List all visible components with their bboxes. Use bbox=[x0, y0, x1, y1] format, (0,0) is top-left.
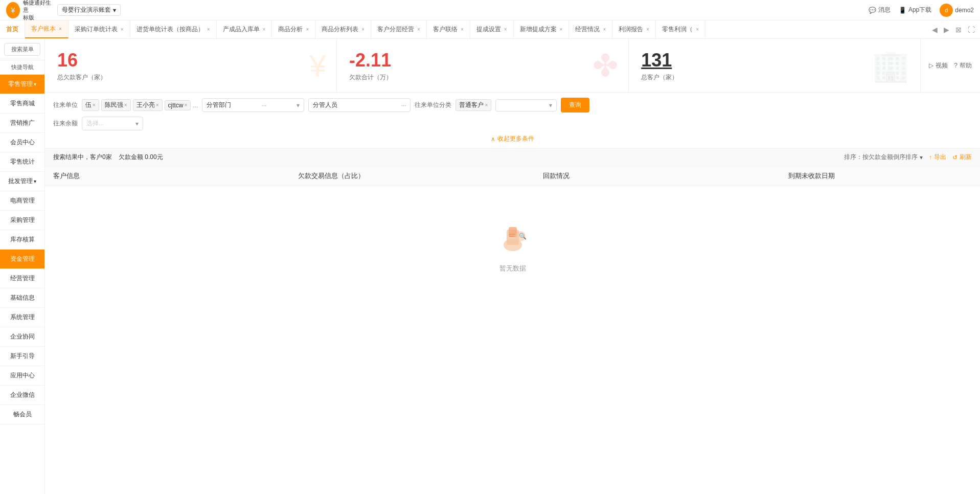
logo-icon: ¥ bbox=[6, 2, 20, 18]
no-data-illustration: 🔍 bbox=[492, 217, 533, 258]
balance-filter-select[interactable]: 选择... ▾ bbox=[82, 117, 143, 130]
dept-filter-select[interactable]: 分管部门 ··· ▾ bbox=[202, 98, 304, 112]
remove-tag-chen[interactable]: × bbox=[124, 102, 127, 108]
tab-close-icon[interactable]: × bbox=[504, 27, 507, 32]
help-button[interactable]: ? 帮助 bbox=[954, 61, 972, 70]
empty-text: 暂无数据 bbox=[499, 264, 526, 273]
search-menu-button[interactable]: 搜索菜单 bbox=[4, 43, 40, 56]
message-button[interactable]: 💬 消息 bbox=[869, 6, 891, 14]
sidebar-item-member-center[interactable]: 会员中心 bbox=[0, 133, 44, 152]
sort-select[interactable]: 排序：按欠款金额倒序排序 ▾ bbox=[844, 153, 923, 162]
chevron-down-icon: ▾ bbox=[549, 102, 552, 109]
chevron-down-icon: ▾ bbox=[297, 102, 300, 109]
tab-profit-report[interactable]: 利润报告 × bbox=[612, 20, 656, 38]
sidebar-quick-nav[interactable]: 快捷导航 bbox=[0, 60, 44, 75]
export-button[interactable]: ↑ 导出 bbox=[929, 153, 946, 162]
svg-text:🔍: 🔍 bbox=[519, 232, 527, 240]
logo-text: 畅捷通好生意 标版 bbox=[23, 0, 51, 21]
filter-row-1: 往来单位 伍 × 陈民强 × 王小亮 × cjttcw bbox=[53, 98, 972, 113]
remove-tag-wang[interactable]: × bbox=[156, 102, 159, 108]
sidebar-item-enterprise-coop[interactable]: 企业协同 bbox=[0, 327, 44, 347]
avatar: d bbox=[940, 4, 953, 17]
message-icon: 💬 bbox=[869, 7, 876, 14]
category-select-arrow[interactable]: ▾ bbox=[495, 99, 557, 111]
tab-business-situation[interactable]: 经营情况 × bbox=[569, 20, 612, 38]
refresh-button[interactable]: ↺ 刷新 bbox=[952, 153, 972, 162]
total-customers-bg-icon: 🏢 bbox=[872, 48, 910, 84]
tab-retail-profit[interactable]: 零售利润（ × bbox=[656, 20, 705, 38]
stat-total-customers: 🏢 131 总客户（家） bbox=[629, 39, 921, 92]
stats-bar: ¥ 16 总欠款客户（家） ✤ -2.11 欠款合计（万） 🏢 131 总客户（… bbox=[45, 39, 980, 93]
top-bar: ¥ 畅捷通好生意 标版 母婴行业演示账套 ▾ 💬 消息 📱 App下载 d de… bbox=[0, 0, 980, 20]
tab-close-icon[interactable]: × bbox=[263, 27, 266, 32]
remove-tag-normal-customer[interactable]: × bbox=[485, 102, 488, 108]
query-button[interactable]: 查询 bbox=[561, 98, 589, 113]
remove-tag-cjttcw[interactable]: × bbox=[185, 102, 188, 108]
sidebar-item-purchase-mgmt[interactable]: 采购管理 bbox=[0, 211, 44, 230]
tab-new-increase[interactable]: 新增提成方案 × bbox=[514, 20, 569, 38]
tab-product-analysis[interactable]: 商品分析 × bbox=[272, 20, 315, 38]
sidebar-item-new-guide[interactable]: 新手引导 bbox=[0, 347, 44, 366]
tab-close-icon[interactable]: × bbox=[461, 27, 464, 32]
tab-close-icon[interactable]: × bbox=[59, 26, 62, 32]
table-header: 客户信息 欠款交易信息（占比） 回款情况 到期未收款日期 bbox=[45, 166, 980, 186]
refresh-icon: ↺ bbox=[952, 154, 958, 161]
tab-customer-layered[interactable]: 客户分层经营 × bbox=[371, 20, 427, 38]
sidebar-item-finance[interactable]: 资金管理 bbox=[0, 250, 44, 269]
nav-prev-arrow[interactable]: ◀ bbox=[929, 25, 941, 35]
sidebar-item-system-mgmt[interactable]: 系统管理 bbox=[0, 308, 44, 327]
sidebar-item-marketing[interactable]: 营销推广 bbox=[0, 114, 44, 133]
tab-close-icon[interactable]: × bbox=[121, 27, 124, 32]
sidebar-item-ecommerce[interactable]: 电商管理 bbox=[0, 191, 44, 211]
person-filter-select[interactable]: 分管人员 ··· bbox=[308, 98, 411, 112]
result-actions: 排序：按欠款金额倒序排序 ▾ ↑ 导出 ↺ 刷新 bbox=[844, 153, 972, 162]
main-layout: 搜索菜单 快捷导航 零售管理 ▾ 零售商城 营销推广 会员中心 零售统计 批发管… bbox=[0, 39, 980, 494]
video-button[interactable]: ▷ 视频 bbox=[929, 61, 948, 70]
collapse-filters-button[interactable]: ∧ 收起更多条件 bbox=[491, 134, 534, 143]
app-download-button[interactable]: 📱 App下载 bbox=[899, 6, 931, 14]
sidebar-item-operations[interactable]: 经营管理 bbox=[0, 269, 44, 288]
sidebar-item-retail-mall[interactable]: 零售商城 bbox=[0, 94, 44, 114]
workspace-selector[interactable]: 母婴行业演示账套 ▾ bbox=[57, 4, 121, 16]
sidebar: 搜索菜单 快捷导航 零售管理 ▾ 零售商城 营销推广 会员中心 零售统计 批发管… bbox=[0, 39, 45, 494]
tab-purchase-order[interactable]: 采购订单统计表 × bbox=[69, 20, 130, 38]
sidebar-item-inventory[interactable]: 库存核算 bbox=[0, 230, 44, 250]
chevron-down-icon: ▾ bbox=[34, 178, 36, 184]
tab-product-analysis-list[interactable]: 商品分析列表 × bbox=[315, 20, 371, 38]
remove-tag-wu[interactable]: × bbox=[93, 102, 96, 108]
sidebar-item-vip-member[interactable]: 畅会员 bbox=[0, 405, 44, 424]
sidebar-item-enterprise-wechat[interactable]: 企业微信 bbox=[0, 386, 44, 405]
unit-filter-label: 往来单位 bbox=[53, 101, 78, 109]
tab-close-icon[interactable]: × bbox=[696, 27, 699, 32]
tab-close-icon[interactable]: × bbox=[306, 27, 309, 32]
tab-reminder-settings[interactable]: 提成设置 × bbox=[470, 20, 514, 38]
tab-purchase-stats[interactable]: 进货单统计表（按商品） × bbox=[130, 20, 217, 38]
nav-expand-button[interactable]: ⊠ bbox=[952, 25, 965, 35]
tab-close-icon[interactable]: × bbox=[560, 27, 563, 32]
tab-close-icon[interactable]: × bbox=[417, 27, 420, 32]
nav-next-arrow[interactable]: ▶ bbox=[941, 25, 952, 35]
sidebar-item-app-center[interactable]: 应用中心 bbox=[0, 366, 44, 386]
play-icon: ▷ bbox=[929, 62, 933, 69]
tab-home[interactable]: 首页 bbox=[0, 20, 25, 38]
tab-close-icon[interactable]: × bbox=[646, 27, 649, 32]
tab-production-instock[interactable]: 产成品入库单 × bbox=[217, 20, 272, 38]
sidebar-item-batch-mgmt[interactable]: 批发管理 ▾ bbox=[0, 172, 44, 191]
person-filter-dots: ··· bbox=[401, 102, 406, 109]
tab-close-icon[interactable]: × bbox=[361, 27, 364, 32]
sidebar-item-retail-stats[interactable]: 零售统计 bbox=[0, 152, 44, 172]
stat-value-total: 131 bbox=[641, 49, 672, 71]
tab-customer-contact[interactable]: 客户联络 × bbox=[427, 20, 470, 38]
chevron-down-icon: ▾ bbox=[135, 120, 139, 127]
tab-close-icon[interactable]: × bbox=[603, 27, 606, 32]
filter-tag-normal-customer: 普通客户 × bbox=[455, 99, 491, 111]
tab-close-icon[interactable]: × bbox=[207, 27, 210, 32]
sidebar-item-basic-info[interactable]: 基础信息 bbox=[0, 288, 44, 308]
tab-customer-account[interactable]: 客户账本 × bbox=[25, 20, 69, 38]
user-profile[interactable]: d demo2 bbox=[940, 4, 974, 17]
nav-fullscreen-button[interactable]: ⛶ bbox=[965, 25, 978, 35]
stat-customers: ¥ 16 总欠款客户（家） bbox=[45, 39, 337, 92]
sidebar-item-retail-mgmt[interactable]: 零售管理 ▾ bbox=[0, 75, 44, 94]
logo-area: ¥ 畅捷通好生意 标版 bbox=[6, 0, 51, 21]
filter-more-tags[interactable]: ... bbox=[193, 102, 198, 109]
